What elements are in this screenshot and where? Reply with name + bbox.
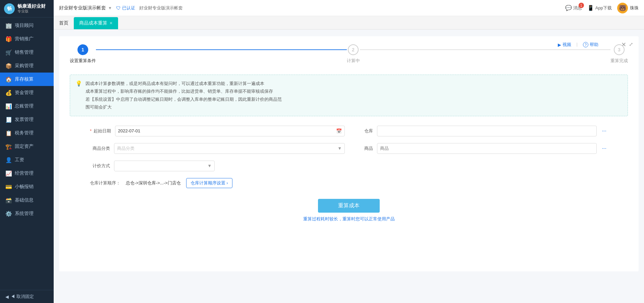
warehouse-label: 仓库 bbox=[353, 128, 373, 134]
form-group-pricing: 计价方式 ▼ bbox=[90, 161, 345, 171]
cancel-pin-icon: ◀ bbox=[5, 294, 9, 299]
assets-nav-icon: 🏗️ bbox=[5, 143, 12, 150]
marketing-nav-icon: 🎁 bbox=[5, 36, 12, 42]
sidebar-item-system[interactable]: ⚙️ 系统管理 bbox=[0, 207, 54, 220]
operations-nav-icon: 📈 bbox=[5, 170, 12, 177]
sidebar-item-label-project: 项目顾问 bbox=[15, 23, 34, 29]
tab-recalc-label: 商品成本重算 bbox=[79, 20, 107, 26]
sidebar-item-label-purchase: 采购管理 bbox=[15, 63, 34, 69]
accounting-nav-icon: 📊 bbox=[5, 103, 12, 110]
topbar-right: 💬 消息 1 📱 App下载 🐻 珠珠 bbox=[565, 3, 639, 13]
sidebar-item-label-finance: 资金管理 bbox=[15, 90, 34, 96]
calendar-icon[interactable]: 📅 bbox=[333, 128, 344, 134]
start-date-label: * 起始日期 bbox=[90, 128, 111, 134]
user-avatar-btn[interactable]: 🐻 珠珠 bbox=[617, 3, 639, 13]
user-name: 珠珠 bbox=[630, 5, 639, 11]
message-button[interactable]: 💬 消息 1 bbox=[565, 5, 582, 11]
pricing-select[interactable]: ▼ bbox=[114, 161, 215, 171]
sidebar-item-purchase[interactable]: 📦 采购管理 bbox=[0, 59, 54, 73]
step-2-circle: 2 bbox=[348, 44, 359, 55]
step-3: 3 重算完成 bbox=[610, 44, 628, 64]
warehouse-order-btn-label: 仓库计算顺序设置 › bbox=[191, 180, 228, 186]
form-section: * 起始日期 📅 仓库 ··· bbox=[70, 126, 628, 222]
pricing-chevron-icon: ▼ bbox=[207, 163, 212, 168]
start-date-input-wrap[interactable]: 📅 bbox=[115, 126, 345, 136]
step-3-circle: 3 bbox=[614, 44, 625, 55]
sidebar-footer-cancel-pin[interactable]: ◀ ◀ 取消固定 bbox=[0, 290, 54, 303]
notification-badge: 1 bbox=[579, 3, 584, 8]
sidebar-item-label-operations: 经营管理 bbox=[15, 170, 34, 176]
account-selector-wrap[interactable]: 好业财专业版演示帐套 ▼ bbox=[59, 5, 112, 11]
helper-text: 因成本计算参数调整，或是对商品成本有疑问时，可以通过成本重算功能，重新计算一遍成… bbox=[86, 80, 282, 111]
expense-nav-icon: 💳 bbox=[5, 183, 12, 190]
recalc-btn-label: 重算成本 bbox=[338, 203, 360, 208]
expand-page-button[interactable]: ⤢ bbox=[629, 42, 633, 48]
start-date-input[interactable] bbox=[115, 126, 333, 136]
sidebar-item-label-basic: 基础信息 bbox=[15, 197, 34, 203]
account-dropdown-icon: ▼ bbox=[108, 6, 112, 10]
step-1: 1 设置重算条件 bbox=[70, 44, 96, 64]
step-2: 2 计算中 bbox=[347, 44, 360, 64]
step-1-label: 设置重算条件 bbox=[70, 58, 96, 64]
form-row-3: 计价方式 ▼ bbox=[90, 161, 608, 171]
finance-nav-icon: 💰 bbox=[5, 89, 12, 96]
lightbulb-icon: 💡 bbox=[75, 80, 82, 111]
recalc-section: 重算成本 重算过程耗时较长，重算时您可以正常使用产品 bbox=[90, 199, 608, 222]
category-select[interactable]: 商品分类 ▼ bbox=[114, 143, 345, 154]
sidebar-item-label-assets: 固定资产 bbox=[15, 143, 34, 149]
sidebar-item-label-marketing: 营销推广 bbox=[15, 36, 34, 42]
warehouse-more-icon[interactable]: ··· bbox=[601, 127, 608, 135]
goods-input[interactable] bbox=[377, 143, 597, 154]
sidebar-item-project[interactable]: 🏢 项目顾问 bbox=[0, 19, 54, 32]
warehouse-order-settings-button[interactable]: 仓库计算顺序设置 › bbox=[186, 178, 232, 188]
sidebar-item-inventory[interactable]: 🏠 库存核算 bbox=[0, 73, 54, 86]
account-selector-text: 好业财专业版演示帐套 bbox=[59, 5, 106, 11]
sidebar-item-expense[interactable]: 💳 小畅报销 bbox=[0, 180, 54, 193]
sidebar-item-label-expense: 小畅报销 bbox=[15, 184, 34, 190]
sidebar-item-tax[interactable]: 📋 税务管理 bbox=[0, 126, 54, 140]
warehouse-order-row: 仓库计算顺序： 总仓->深圳仓库->...->门店仓 仓库计算顺序设置 › bbox=[90, 178, 608, 188]
content-area: ▶ 视频 | ? 帮助 ✕ ⤢ 1 设置重算 bbox=[54, 30, 644, 303]
sidebar-item-basic[interactable]: 🗃️ 基础信息 bbox=[0, 193, 54, 207]
warehouse-order-value: 总仓->深圳仓库->...->门店仓 bbox=[126, 180, 181, 186]
message-icon: 💬 bbox=[565, 5, 572, 11]
user-avatar: 🐻 bbox=[617, 3, 628, 13]
step-3-label: 重算完成 bbox=[610, 58, 628, 64]
sidebar-item-marketing[interactable]: 🎁 营销推广 bbox=[0, 32, 54, 46]
payroll-nav-icon: 👤 bbox=[5, 157, 12, 163]
invoice-nav-icon: 🧾 bbox=[5, 116, 12, 123]
sidebar-item-accounting[interactable]: 📊 总账管理 bbox=[0, 99, 54, 113]
sidebar-item-finance[interactable]: 💰 资金管理 bbox=[0, 86, 54, 99]
sidebar-item-operations[interactable]: 📈 经营管理 bbox=[0, 167, 54, 180]
system-nav-icon: ⚙️ bbox=[5, 210, 12, 217]
sidebar-item-assets[interactable]: 🏗️ 固定资产 bbox=[0, 140, 54, 153]
tab-recalc[interactable]: 商品成本重算 ✕ bbox=[74, 17, 118, 29]
shield-icon: 🛡 bbox=[116, 5, 121, 11]
category-placeholder: 商品分类 bbox=[117, 145, 135, 152]
pricing-label: 计价方式 bbox=[90, 163, 110, 169]
warehouse-input[interactable] bbox=[377, 126, 597, 136]
recalc-button[interactable]: 重算成本 bbox=[318, 199, 380, 213]
sidebar-nav: 🏢 项目顾问 🎁 营销推广 🛒 销售管理 📦 采购管理 🏠 库存核算 💰 资金管… bbox=[0, 17, 54, 290]
logo-text: 畅康通好业财 专业版 bbox=[17, 3, 46, 14]
app-download-button[interactable]: 📱 App下载 bbox=[587, 5, 612, 11]
step-line-2-3 bbox=[360, 49, 611, 50]
category-label: 商品分类 bbox=[90, 145, 110, 152]
sidebar-item-invoice[interactable]: 🧾 发票管理 bbox=[0, 113, 54, 126]
logo-icon: 畅 bbox=[4, 3, 15, 14]
sidebar-item-payroll[interactable]: 👤 工资 bbox=[0, 153, 54, 167]
sidebar-item-label-system: 系统管理 bbox=[15, 211, 34, 217]
tab-close-icon[interactable]: ✕ bbox=[109, 21, 113, 26]
phone-icon: 📱 bbox=[587, 5, 594, 11]
main-area: 好业财专业版演示帐套 ▼ 🛡 已认证 好业财专业版演示帐套 💬 消息 1 📱 A… bbox=[54, 0, 644, 303]
basic-nav-icon: 🗃️ bbox=[5, 197, 12, 204]
purchase-nav-icon: 📦 bbox=[5, 62, 12, 69]
goods-more-icon[interactable]: ··· bbox=[601, 144, 608, 153]
tab-home-label: 首页 bbox=[59, 20, 68, 26]
topbar: 好业财专业版演示帐套 ▼ 🛡 已认证 好业财专业版演示帐套 💬 消息 1 📱 A… bbox=[54, 0, 644, 16]
inventory-nav-icon: 🏠 bbox=[5, 76, 12, 83]
tab-home[interactable]: 首页 bbox=[54, 17, 74, 29]
sidebar-item-label-tax: 税务管理 bbox=[15, 130, 34, 136]
page-container: ▶ 视频 | ? 帮助 ✕ ⤢ 1 设置重算 bbox=[59, 36, 639, 271]
sidebar-item-sales[interactable]: 🛒 销售管理 bbox=[0, 46, 54, 59]
